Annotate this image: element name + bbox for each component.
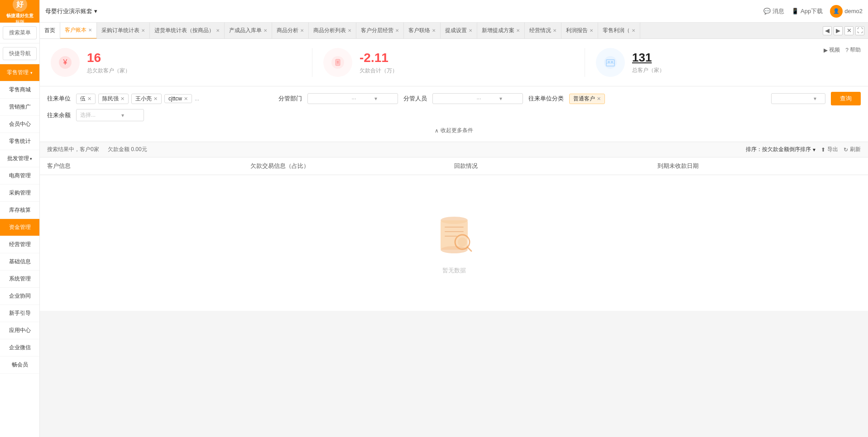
page-content: ¥ 16 总欠款客户（家） — [40, 39, 868, 437]
tab-production-in[interactable]: 产成品入库单 ✕ — [225, 23, 272, 39]
sidebar-item-system-mgmt[interactable]: 系统管理 — [0, 271, 39, 288]
tab-customer-layered[interactable]: 客户分层经营 ✕ — [356, 23, 404, 39]
tab-profit-report[interactable]: 利润报告 ✕ — [561, 23, 598, 39]
sidebar-item-enterprise-coop[interactable]: 企业协同 — [0, 288, 39, 305]
dept-select-dots[interactable]: ··· — [352, 95, 371, 102]
app-download-label: App下载 — [801, 7, 823, 15]
quick-nav-button[interactable]: 快捷导航 — [3, 47, 37, 60]
sort-select[interactable]: 排序：按欠款金额倒序排序 ▾ — [746, 146, 815, 153]
tab-close-icon[interactable]: ✕ — [516, 28, 520, 33]
sidebar-item-member[interactable]: 畅会员 — [0, 356, 39, 374]
sidebar-item-label: 电商管理 — [9, 172, 31, 179]
export-icon: ⬆ — [821, 147, 825, 153]
tab-label: 利润报告 — [566, 27, 588, 34]
sidebar: 好 畅捷通好生意 标版 搜索菜单 快捷导航 零售管理 ▾ 零售商城 营销推广 会… — [0, 0, 40, 437]
tab-close-icon[interactable]: ✕ — [216, 28, 220, 33]
tab-close-all-button[interactable]: ✕ — [844, 26, 854, 35]
query-button[interactable]: 查询 — [831, 92, 861, 105]
tag-close-icon[interactable]: ✕ — [597, 96, 601, 102]
search-menu-button[interactable]: 搜索菜单 — [3, 26, 37, 39]
tab-raise-settings[interactable]: 提成设置 ✕ — [441, 23, 477, 39]
tab-next-button[interactable]: ▶ — [834, 26, 843, 35]
tab-close-icon[interactable]: ✕ — [348, 28, 351, 33]
tab-product-analysis[interactable]: 商品分析 ✕ — [272, 23, 309, 39]
tab-close-icon[interactable]: ✕ — [395, 28, 399, 33]
tab-prev-button[interactable]: ◀ — [823, 26, 832, 35]
sidebar-item-enterprise-wechat[interactable]: 企业微信 — [0, 339, 39, 356]
sidebar-item-operation-mgmt[interactable]: 经营管理 — [0, 236, 39, 253]
unit-tag-wangxiaoliang[interactable]: 王小亮 ✕ — [131, 94, 162, 104]
sidebar-item-ecommerce[interactable]: 电商管理 — [0, 167, 39, 185]
sidebar-item-purchase-mgmt[interactable]: 采购管理 — [0, 185, 39, 202]
sidebar-item-basic-info[interactable]: 基础信息 — [0, 253, 39, 271]
balance-filter-select[interactable]: 选择... ▾ — [76, 109, 144, 121]
stat-label-debt-amount: 欠款合计（万） — [360, 67, 398, 75]
tab-product-analysis-list[interactable]: 商品分析列表 ✕ — [309, 23, 356, 39]
stat-total-customers: 131 总客户（家） — [596, 48, 857, 77]
sidebar-item-retail-mall[interactable]: 零售商城 — [0, 81, 39, 99]
unit-tag-cjttcw[interactable]: cjttcw ✕ — [164, 94, 192, 103]
help-link[interactable]: ? 帮助 — [845, 46, 861, 54]
tab-close-icon[interactable]: ✕ — [88, 28, 92, 33]
export-button[interactable]: ⬆ 导出 — [821, 146, 838, 153]
tab-fullscreen-button[interactable]: ⛶ — [855, 26, 864, 35]
dept-filter-select[interactable]: ··· ▾ — [307, 93, 398, 104]
sidebar-item-marketing[interactable]: 营销推广 — [0, 99, 39, 116]
unit-tag-chenminqiang[interactable]: 陈民强 ✕ — [98, 94, 129, 104]
tab-close-icon[interactable]: ✕ — [632, 28, 635, 33]
message-button[interactable]: 💬 消息 — [763, 7, 784, 15]
tab-close-icon[interactable]: ✕ — [590, 28, 593, 33]
refresh-button[interactable]: ↻ 刷新 — [844, 146, 861, 153]
person-select-dots[interactable]: ··· — [477, 95, 496, 102]
sidebar-item-label: 零售管理 — [7, 69, 29, 76]
tab-close-icon[interactable]: ✕ — [469, 28, 472, 33]
tab-home[interactable]: 首页 — [40, 23, 60, 39]
stat-info-total-customers: 131 总客户（家） — [632, 51, 665, 74]
tab-operation-status[interactable]: 经营情况 ✕ — [525, 23, 561, 39]
app-download-button[interactable]: 📱 App下载 — [791, 7, 823, 15]
message-label: 消息 — [772, 7, 784, 15]
topbar-right: 💬 消息 📱 App下载 👤 demo2 — [763, 5, 863, 18]
person-filter-select[interactable]: ··· ▾ — [432, 93, 523, 104]
balance-filter-label: 往来余额 — [47, 111, 71, 119]
tab-close-icon[interactable]: ✕ — [553, 28, 556, 33]
chevron-down-icon: ▾ — [814, 95, 821, 102]
tab-label: 产成品入库单 — [229, 27, 262, 34]
quick-nav-section: 快捷导航 — [0, 43, 39, 64]
sidebar-item-app-center[interactable]: 应用中心 — [0, 322, 39, 339]
download-icon: 📱 — [791, 8, 799, 14]
account-selector[interactable]: 母婴行业演示账套 ▾ — [45, 7, 97, 15]
sidebar-item-member-center[interactable]: 会员中心 — [0, 116, 39, 133]
tab-retail-profit[interactable]: 零售利润（ ✕ — [598, 23, 640, 39]
sidebar-item-new-guide[interactable]: 新手引导 — [0, 305, 39, 322]
unit-type-extra-select[interactable]: ▾ — [771, 93, 825, 104]
sidebar-item-wholesale-mgmt[interactable]: 批发管理 ▾ — [0, 150, 39, 167]
tab-close-icon[interactable]: ✕ — [300, 28, 304, 33]
collapse-filter-button[interactable]: ∧ 收起更多条件 — [47, 125, 861, 136]
tag-close-icon[interactable]: ✕ — [87, 96, 91, 102]
sidebar-item-retail-mgmt[interactable]: 零售管理 ▾ — [0, 64, 39, 81]
tab-label: 零售利润（ — [603, 27, 630, 34]
tab-purchase-order-stat[interactable]: 采购订单统计表 ✕ — [97, 23, 150, 39]
tab-customer-ledger[interactable]: 客户账本 ✕ — [60, 23, 97, 39]
unit-tag-wu[interactable]: 伍 ✕ — [76, 94, 96, 104]
tab-new-raise-plan[interactable]: 新增提成方案 ✕ — [477, 23, 525, 39]
tab-incoming-stat[interactable]: 进货单统计表（按商品） ✕ — [150, 23, 225, 39]
tag-close-icon[interactable]: ✕ — [120, 96, 125, 102]
tab-close-icon[interactable]: ✕ — [141, 28, 145, 33]
video-link[interactable]: ▶ 视频 — [824, 46, 840, 54]
unit-type-tag-normal[interactable]: 普通客户 ✕ — [569, 94, 605, 104]
tag-close-icon[interactable]: ✕ — [153, 96, 158, 102]
sidebar-item-label: 零售统计 — [9, 138, 31, 144]
tab-customer-contact[interactable]: 客户联络 ✕ — [404, 23, 441, 39]
account-name: 母婴行业演示账套 — [45, 7, 92, 15]
sidebar-item-label: 会员中心 — [9, 121, 31, 127]
sidebar-item-retail-stats[interactable]: 零售统计 — [0, 133, 39, 150]
tag-close-icon[interactable]: ✕ — [184, 96, 188, 102]
sidebar-item-inventory[interactable]: 库存核算 — [0, 202, 39, 219]
tab-close-icon[interactable]: ✕ — [264, 28, 267, 33]
more-tags-button[interactable]: ... — [195, 95, 199, 102]
sidebar-item-capital-mgmt[interactable]: 资金管理 — [0, 219, 39, 236]
tab-close-icon[interactable]: ✕ — [432, 28, 436, 33]
user-profile[interactable]: 👤 demo2 — [830, 5, 863, 18]
